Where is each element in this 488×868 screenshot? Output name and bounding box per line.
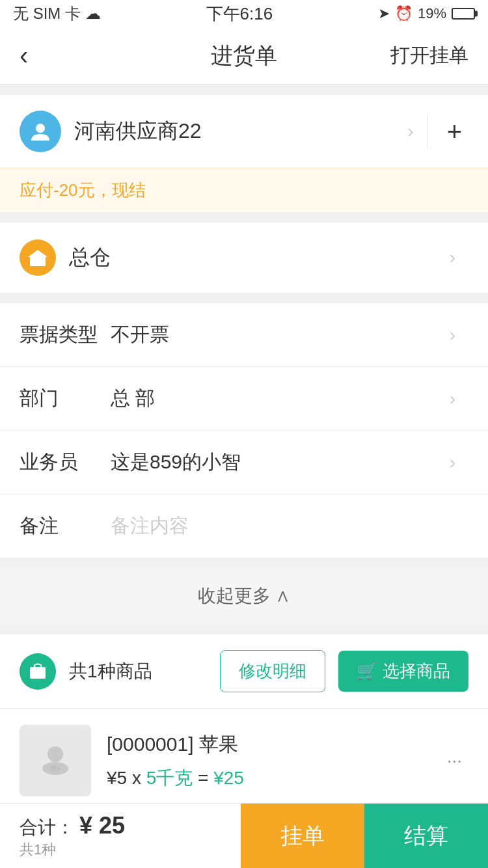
total-amount: ¥ 25 bbox=[79, 812, 125, 839]
summary-left: 合计： ¥ 25 共1种 bbox=[0, 804, 241, 868]
invoice-type-label: 票据类型 bbox=[20, 321, 104, 348]
product-more-button[interactable]: ··· bbox=[441, 744, 468, 778]
notice-bar: 应付-20元，现结 bbox=[0, 168, 488, 212]
price-qty: 5千克 bbox=[146, 768, 193, 788]
product-item: 营+ [0000001] 苹果 ¥5 x 5千克 = ¥25 ··· bbox=[0, 709, 488, 812]
item-count: 共1种 bbox=[20, 840, 221, 860]
sim-status: 无 SIM 卡 ☁ bbox=[13, 3, 101, 24]
invoice-type-row[interactable]: 票据类型 不开票 › bbox=[0, 303, 488, 367]
product-price: ¥5 x 5千克 = ¥25 bbox=[107, 766, 425, 791]
select-product-label: 选择商品 bbox=[383, 660, 450, 683]
supplier-section: 河南供应商22 › + 应付-20元，现结 bbox=[0, 95, 488, 212]
product-thumbnail: 营+ bbox=[20, 725, 91, 796]
salesperson-label: 业务员 bbox=[20, 449, 104, 476]
warehouse-section[interactable]: 总仓 › bbox=[0, 223, 488, 293]
form-section: 票据类型 不开票 › 部门 总 部 › 业务员 这是859的小智 › 备注 备注… bbox=[0, 303, 488, 558]
product-name: [0000001] 苹果 bbox=[107, 731, 425, 758]
svg-point-5 bbox=[47, 746, 63, 762]
chevron-right-icon: › bbox=[450, 388, 455, 409]
warehouse-name: 总仓 bbox=[69, 243, 450, 272]
remarks-row[interactable]: 备注 备注内容 bbox=[0, 495, 488, 558]
department-row[interactable]: 部门 总 部 › bbox=[0, 367, 488, 431]
product-count-label: 共1种商品 bbox=[69, 659, 207, 684]
department-value: 总 部 bbox=[104, 385, 450, 412]
product-count-icon bbox=[20, 653, 56, 690]
add-supplier-button[interactable]: + bbox=[441, 117, 468, 146]
price-x: x bbox=[132, 768, 146, 788]
supplier-row[interactable]: 河南供应商22 › + bbox=[0, 95, 488, 168]
divider bbox=[427, 115, 427, 148]
svg-marker-2 bbox=[28, 250, 47, 257]
remarks-input[interactable]: 备注内容 bbox=[104, 513, 468, 539]
price-unit: ¥5 bbox=[107, 768, 127, 788]
battery-icon bbox=[452, 8, 475, 20]
supplier-avatar bbox=[20, 111, 61, 152]
svg-text:营+: 营+ bbox=[50, 765, 61, 772]
department-label: 部门 bbox=[20, 385, 104, 412]
product-header: 共1种商品 修改明细 🛒 选择商品 bbox=[0, 634, 488, 708]
price-eq: = bbox=[198, 768, 213, 788]
select-product-button[interactable]: 🛒 选择商品 bbox=[338, 651, 468, 692]
remarks-label: 备注 bbox=[20, 513, 104, 539]
hang-button[interactable]: 挂单 bbox=[241, 804, 364, 868]
alarm-icon: ⏰ bbox=[395, 5, 413, 22]
status-right: ➤ ⏰ 19% bbox=[378, 5, 475, 22]
chevron-right-icon: › bbox=[450, 452, 455, 473]
battery-percent: 19% bbox=[418, 5, 446, 22]
collapse-more-button[interactable]: 收起更多 ∧ bbox=[0, 568, 488, 624]
location-icon: ➤ bbox=[378, 5, 390, 22]
total-label: 合计： bbox=[20, 815, 74, 840]
separator bbox=[0, 85, 488, 95]
edit-detail-button[interactable]: 修改明细 bbox=[220, 650, 325, 692]
svg-rect-3 bbox=[35, 261, 40, 266]
page-title: 进货单 bbox=[211, 41, 277, 71]
salesperson-row[interactable]: 业务员 这是859的小智 › bbox=[0, 431, 488, 495]
open-pending-button[interactable]: 打开挂单 bbox=[390, 42, 468, 69]
svg-point-0 bbox=[36, 124, 45, 133]
chevron-right-icon: › bbox=[450, 247, 455, 268]
price-total: ¥25 bbox=[213, 768, 244, 788]
bottom-bar: 合计： ¥ 25 共1种 挂单 结算 bbox=[0, 803, 488, 868]
supplier-name: 河南供应商22 bbox=[74, 117, 407, 146]
status-time: 下午6:16 bbox=[206, 3, 273, 25]
warehouse-icon bbox=[20, 239, 56, 276]
svg-rect-4 bbox=[30, 667, 46, 679]
chevron-right-icon: › bbox=[450, 325, 455, 346]
status-bar: 无 SIM 卡 ☁ 下午6:16 ➤ ⏰ 19% bbox=[0, 0, 488, 27]
back-button[interactable]: ‹ bbox=[20, 41, 59, 70]
salesperson-value: 这是859的小智 bbox=[104, 449, 450, 476]
nav-bar: ‹ 进货单 打开挂单 bbox=[0, 27, 488, 85]
invoice-type-value: 不开票 bbox=[104, 321, 450, 348]
product-info: [0000001] 苹果 ¥5 x 5千克 = ¥25 bbox=[107, 731, 425, 791]
cart-icon: 🛒 bbox=[357, 661, 377, 681]
checkout-button[interactable]: 结算 bbox=[364, 804, 488, 868]
status-left: 无 SIM 卡 ☁ bbox=[13, 3, 101, 24]
chevron-right-icon: › bbox=[407, 121, 413, 142]
